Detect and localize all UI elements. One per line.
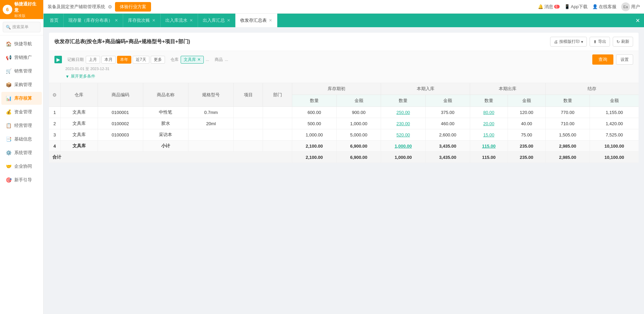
sidebar-item-system[interactable]: ⚙️ 系统管理	[1, 146, 42, 159]
row-open-amt: 900.00	[336, 107, 381, 118]
tab-close-batch[interactable]: ✕	[152, 18, 155, 23]
sidebar-item-basic[interactable]: 📑 基础信息	[1, 133, 42, 146]
footer-in-amt: 3,435.00	[426, 152, 470, 163]
sidebar-item-assets[interactable]: 💰 资金管理	[1, 105, 42, 118]
date-last-month-btn[interactable]: 上月	[86, 56, 100, 64]
warehouse-col-header: 仓库	[61, 83, 98, 107]
row-department	[263, 118, 292, 129]
row-department	[263, 107, 292, 118]
expand-conditions-button[interactable]: ▼ 展开更多条件	[65, 73, 633, 79]
export-button[interactable]: ⬆ 导出	[590, 37, 610, 47]
date-7days-btn[interactable]: 近7天	[133, 56, 149, 64]
expand-down-icon: ▼	[65, 74, 69, 79]
row-name: 采访本	[143, 129, 188, 141]
sidebar-item-newbie[interactable]: 🎯 新手引导	[1, 173, 42, 186]
row-out-qty[interactable]: 115.00	[470, 141, 508, 152]
try-button[interactable]: 体验行业方案	[115, 2, 151, 12]
tab-close-flow[interactable]: ✕	[189, 18, 193, 23]
row-in-qty[interactable]: 250.00	[381, 107, 426, 118]
sidebar-item-quick-nav[interactable]: 🏠 快捷导航	[1, 37, 42, 50]
settings-icon[interactable]: ⚙	[108, 4, 112, 10]
tab-inventory-dist[interactable]: 现存量（库存分布表） ✕	[64, 14, 123, 27]
table-settings-icon[interactable]: ⚙	[52, 92, 57, 98]
main-area: 装备及固定资产辅助管理系统 ⚙ 体验行业方案 🔔 消息 6 📱 App下载 👤 …	[44, 0, 644, 314]
row-close-qty: 2,985.00	[545, 141, 590, 152]
row-spec: 20ml	[188, 118, 234, 129]
date-range-row: 2023-01-01 至 2023-12-31	[54, 66, 633, 71]
tab-close-inout-summary[interactable]: ✕	[227, 18, 230, 23]
date-this-year-btn[interactable]: 本年	[117, 56, 131, 64]
tab-bar: 首页 现存量（库存分布表） ✕ 库存批次账 ✕ 出入库流水 ✕ 出入库汇总 ✕ …	[44, 14, 644, 27]
tab-flow[interactable]: 出入库流水 ✕	[161, 14, 198, 27]
tab-home[interactable]: 首页	[45, 14, 64, 27]
row-out-amt: 75.00	[508, 129, 545, 141]
app-download-button[interactable]: 📱 App下载	[564, 4, 588, 10]
row-warehouse: 文具库	[61, 118, 98, 129]
row-out-qty[interactable]: 20.00	[470, 118, 508, 129]
row-in-qty[interactable]: 520.00	[381, 129, 426, 141]
sidebar-search-area: 🔍 搜索菜单	[0, 19, 43, 35]
sidebar-item-marketing[interactable]: 📢 营销推广	[1, 51, 42, 64]
message-button[interactable]: 🔔 消息 6	[538, 4, 560, 10]
row-open-amt: 6,900.00	[336, 141, 381, 152]
print-button[interactable]: 🖨 按模版打印 ▾	[550, 37, 587, 47]
date-more-btn[interactable]: 更多	[151, 56, 165, 64]
refresh-button[interactable]: ↻ 刷新	[613, 37, 633, 47]
row-warehouse: 文具库	[61, 129, 98, 141]
row-out-qty[interactable]: 80.00	[470, 107, 508, 118]
filter-bar: ▶ 记账日期 上月 本月 本年 近7天 更多 仓库	[49, 51, 639, 83]
goods-more-btn[interactable]: ...	[225, 57, 228, 62]
row-code: 0100002	[98, 118, 143, 129]
warehouse-filter-group: 仓库 文具库 ✕ ...	[170, 56, 209, 64]
footer-label: 合计	[49, 152, 292, 163]
purchase-icon: 📦	[5, 82, 12, 87]
sidebar-item-sales[interactable]: 🛒 销售管理	[1, 65, 42, 78]
row-out-qty[interactable]: 15.00	[470, 129, 508, 141]
footer-in-qty: 1,000.00	[381, 152, 426, 163]
search-menu-button[interactable]: 🔍 搜索菜单	[3, 22, 40, 32]
row-open-qty: 600.00	[292, 107, 336, 118]
printer-icon: 🖨	[554, 39, 558, 44]
row-out-amt: 120.00	[508, 107, 545, 118]
query-button[interactable]: 查询	[592, 54, 613, 65]
closing-amt-header: 金额	[590, 95, 639, 107]
user-area[interactable]: Ea 用户	[621, 2, 640, 11]
sidebar-nav: 🏠 快捷导航 📢 营销推广 🛒 销售管理 📦 采购管理 📊 库存核算 💰 资金管…	[0, 35, 43, 314]
row-in-qty[interactable]: 1,000.00	[381, 141, 426, 152]
close-all-tabs-button[interactable]: ✕	[633, 17, 643, 24]
tab-receive-summary[interactable]: 收发存汇总表 ✕	[235, 14, 277, 27]
sidebar-item-operations[interactable]: 📋 经营管理	[1, 119, 42, 132]
footer-out-amt: 235.00	[508, 152, 545, 163]
tab-close-inventory-dist[interactable]: ✕	[115, 18, 118, 23]
table-header-row-1: ⚙ 仓库 商品编码 商品名称 规格型号 项目 部门 库存期初 本期入库 本期出库…	[49, 83, 639, 95]
footer-row: 合计 2,100.00 6,900.00 1,000.00 3,435.00 1…	[49, 152, 639, 163]
basic-icon: 📑	[5, 136, 12, 142]
row-warehouse: 文具库	[61, 141, 98, 152]
opening-qty-header: 数量	[292, 95, 336, 107]
row-close-amt: 1,155.00	[590, 107, 639, 118]
goods-filter-group: 商品 ...	[215, 57, 228, 63]
online-service-button[interactable]: 👤 在线客服	[592, 4, 616, 10]
sidebar-item-inventory[interactable]: 📊 库存核算	[1, 92, 42, 105]
row-spec	[188, 129, 234, 141]
tab-close-receive-summary[interactable]: ✕	[269, 18, 272, 23]
filter-expand-button[interactable]: ▶	[54, 56, 62, 63]
logo-area: 6 畅捷通好生意 标准版	[0, 0, 43, 19]
warehouse-more-btn[interactable]: ...	[206, 57, 209, 62]
sidebar-item-purchase[interactable]: 📦 采购管理	[1, 78, 42, 91]
date-this-month-btn[interactable]: 本月	[101, 56, 116, 64]
row-project	[234, 141, 263, 152]
in-qty-header: 数量	[381, 95, 426, 107]
tab-batch[interactable]: 库存批次账 ✕	[123, 14, 161, 27]
system-title: 装备及固定资产辅助管理系统	[48, 4, 105, 10]
table-row: 3 文具库 0100003 采访本 1,000.00 5,000.00 520.…	[49, 129, 639, 141]
sidebar-item-enterprise[interactable]: 🤝 企业协同	[1, 160, 42, 173]
tab-inout-summary[interactable]: 出入库汇总 ✕	[198, 14, 235, 27]
row-in-qty[interactable]: 230.00	[381, 118, 426, 129]
marketing-icon: 📢	[5, 55, 12, 60]
newbie-icon: 🎯	[5, 177, 12, 183]
filter-settings-button[interactable]: 设置	[616, 54, 633, 65]
row-open-amt: 5,000.00	[336, 129, 381, 141]
warehouse-tag-close[interactable]: ✕	[197, 57, 201, 62]
row-in-amt: 375.00	[426, 107, 470, 118]
